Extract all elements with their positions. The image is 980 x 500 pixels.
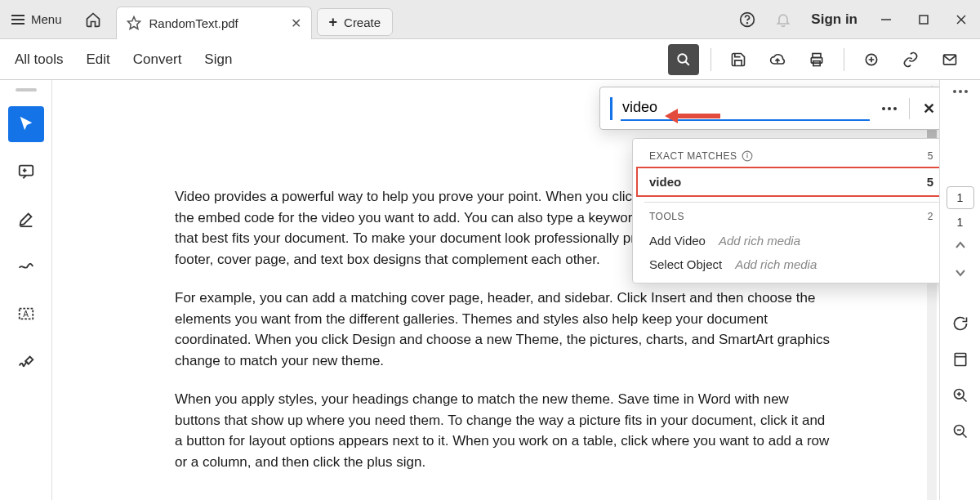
zoom-out-icon [952, 423, 969, 440]
document-area: Video provides a powerful way to help yo… [52, 80, 939, 500]
separator [644, 202, 939, 203]
page-input[interactable]: 1 [947, 186, 974, 209]
tool-category: Add rich media [719, 234, 800, 248]
chevron-down-icon [955, 269, 966, 277]
panel-handle[interactable] [16, 88, 37, 92]
match-count: 5 [927, 175, 933, 189]
rotate-button[interactable] [946, 309, 975, 338]
text-select-tool[interactable]: A [8, 296, 44, 332]
svg-point-2 [747, 22, 748, 23]
convert-button[interactable]: Convert [133, 51, 182, 68]
panel-menu-button[interactable] [953, 90, 968, 93]
cursor-icon [17, 115, 35, 133]
help-button[interactable] [729, 0, 765, 38]
signin-button[interactable]: Sign in [801, 11, 867, 28]
svg-line-8 [685, 61, 689, 65]
svg-line-31 [962, 398, 966, 402]
paragraph-2: For example, you can add a matching cove… [175, 288, 833, 371]
menu-button[interactable]: Menu [0, 0, 74, 38]
zoom-in-icon [952, 387, 969, 404]
tool-select-object[interactable]: Select Object Add rich media [633, 252, 939, 276]
fit-page-button[interactable] [946, 345, 975, 374]
tools-label: TOOLS [649, 211, 684, 222]
search-box: ✕ [599, 87, 939, 130]
help-icon [739, 11, 755, 28]
document-tab[interactable]: RandomText.pdf ✕ [116, 7, 312, 39]
plus-icon: + [329, 14, 338, 31]
left-tools-panel: A [0, 80, 52, 500]
page-indicator-group: 1 1 [946, 186, 975, 284]
exact-matches-label: EXACT MATCHES [649, 150, 737, 162]
page-total: 1 [957, 216, 964, 229]
titlebar-left: Menu RandomText.pdf ✕ + Create [0, 0, 393, 38]
minimize-button[interactable] [867, 0, 905, 38]
comment-tool[interactable] [8, 154, 44, 190]
svg-marker-0 [127, 17, 140, 29]
more-icon [881, 106, 898, 111]
signature-icon [17, 352, 35, 370]
svg-point-7 [678, 54, 687, 63]
print-button[interactable] [801, 44, 832, 75]
maximize-button[interactable] [905, 0, 942, 38]
right-panel: 1 1 [939, 80, 980, 500]
annotation-arrow [665, 106, 722, 126]
text-select-icon: A [17, 305, 35, 323]
select-tool[interactable] [8, 106, 44, 142]
sign-button[interactable]: Sign [204, 51, 232, 68]
find-button[interactable] [668, 44, 699, 75]
edit-button[interactable]: Edit [87, 51, 110, 68]
all-tools-button[interactable]: All tools [15, 51, 64, 68]
search-input[interactable] [621, 96, 870, 121]
search-result-video[interactable]: video 5 [636, 167, 939, 197]
toolbar-left: All tools Edit Convert Sign [15, 51, 232, 68]
page-prev-button[interactable] [946, 234, 975, 257]
home-button[interactable] [74, 0, 113, 38]
link-button[interactable] [895, 44, 926, 75]
svg-text:A: A [23, 310, 29, 319]
menu-label: Menu [31, 12, 62, 26]
zoom-in-button[interactable] [946, 381, 975, 410]
zoom-out-button[interactable] [946, 417, 975, 446]
svg-point-21 [888, 107, 891, 110]
search-close-button[interactable]: ✕ [918, 100, 939, 118]
separator [710, 48, 711, 71]
page-next-button[interactable] [946, 261, 975, 284]
ai-button[interactable] [856, 44, 887, 75]
match-label: video [649, 175, 681, 189]
tab-close-button[interactable]: ✕ [291, 16, 301, 31]
svg-point-25 [747, 154, 748, 154]
info-icon [742, 150, 753, 162]
create-button[interactable]: + Create [317, 8, 394, 36]
paragraph-3: When you apply styles, your headings cha… [175, 389, 833, 472]
tool-add-video[interactable]: Add Video Add rich media [633, 229, 939, 252]
draw-tool[interactable] [8, 248, 44, 284]
email-icon [942, 51, 958, 68]
cloud-upload-icon [769, 51, 786, 68]
signature-tool[interactable] [8, 343, 44, 379]
close-window-button[interactable] [942, 0, 980, 38]
search-focus-bar [610, 97, 612, 120]
exact-matches-header: EXACT MATCHES 5 [633, 147, 939, 168]
svg-point-22 [893, 107, 897, 110]
star-icon [127, 16, 141, 30]
save-button[interactable] [723, 44, 754, 75]
hamburger-icon [11, 15, 24, 25]
cloud-button[interactable] [762, 44, 793, 75]
toolbar-right [668, 44, 965, 75]
svg-rect-28 [955, 354, 965, 366]
minimize-icon [880, 14, 892, 25]
svg-marker-27 [665, 109, 678, 123]
create-label: Create [344, 16, 381, 29]
sparkle-icon [863, 51, 880, 68]
chevron-up-icon [955, 241, 966, 249]
separator [909, 98, 910, 119]
tool-label: Select Object [649, 257, 722, 271]
search-icon [676, 52, 691, 67]
search-options-button[interactable] [878, 103, 901, 114]
main-area: A Video provides a powerful way to help … [0, 80, 980, 500]
highlight-tool[interactable] [8, 201, 44, 237]
notifications-button[interactable] [765, 0, 801, 38]
email-button[interactable] [934, 44, 965, 75]
comment-icon [17, 163, 35, 181]
titlebar: Menu RandomText.pdf ✕ + Create Sign in [0, 0, 980, 39]
